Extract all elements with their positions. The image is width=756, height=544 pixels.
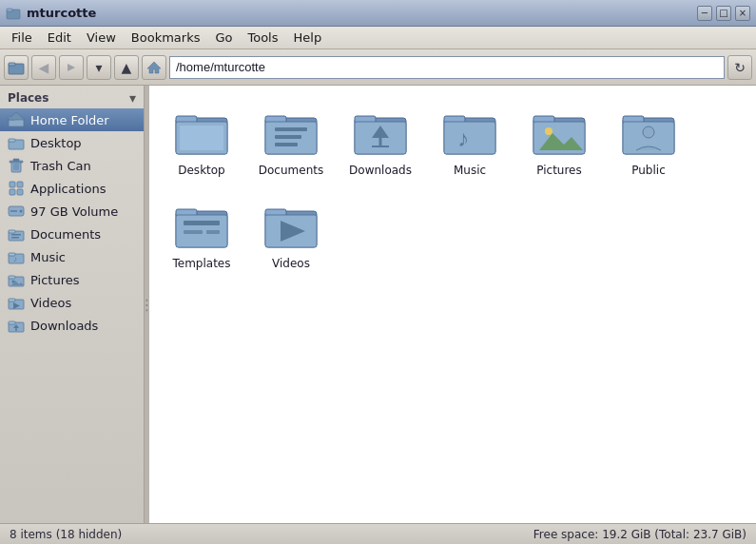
sidebar-item-label: Documents (30, 227, 101, 242)
svg-rect-27 (11, 237, 19, 239)
sidebar-item-applications[interactable]: Applications (0, 177, 144, 200)
file-item-label: Music (454, 164, 486, 177)
file-item-music[interactable]: ♪ Music (427, 95, 513, 185)
folder-icon-videos (262, 196, 320, 253)
folder-icon-desktop (173, 103, 230, 160)
titlebar-controls: − □ × (697, 6, 750, 21)
svg-rect-25 (9, 230, 15, 233)
sidebar-item-downloads[interactable]: Downloads (0, 314, 144, 337)
app-icon (6, 6, 21, 21)
file-item-label: Desktop (178, 164, 225, 177)
menubar: File Edit View Bookmarks Go Tools Help (0, 27, 756, 49)
desktop-icon (8, 134, 25, 151)
svg-rect-45 (180, 126, 223, 150)
file-item-public[interactable]: Public (606, 95, 691, 185)
svg-rect-20 (17, 189, 23, 195)
svg-rect-13 (13, 159, 19, 161)
file-item-videos[interactable]: Videos (248, 188, 334, 278)
statusbar: 8 items (18 hidden) Free space: 19.2 GiB… (0, 523, 756, 544)
sidebar-item-videos[interactable]: Videos (0, 291, 144, 314)
sidebar-header: Places ▾ (0, 86, 144, 108)
maximize-button[interactable]: □ (716, 6, 731, 21)
titlebar: mturcotte − □ × (0, 0, 756, 27)
svg-marker-5 (147, 62, 161, 73)
downloads-icon (8, 317, 25, 334)
sidebar-item-trash-can[interactable]: Trash Can (0, 154, 144, 177)
svg-point-65 (545, 127, 552, 135)
sidebar-item-label: Desktop (30, 136, 82, 150)
sidebar-item-pictures[interactable]: Pictures (0, 268, 144, 291)
folder-icon-public (620, 103, 677, 160)
svg-text:♪: ♪ (13, 255, 17, 263)
sidebar-item-label: 97 GB Volume (30, 204, 118, 219)
pictures-icon (8, 271, 25, 288)
back-button[interactable]: ◀ (31, 55, 56, 80)
sidebar-item-label: Videos (30, 296, 71, 310)
file-item-documents[interactable]: Documents (248, 95, 334, 185)
folder-icon-downloads (352, 103, 409, 160)
forward-button[interactable] (59, 55, 84, 80)
svg-rect-10 (9, 139, 15, 142)
svg-rect-50 (275, 135, 301, 139)
places-toggle[interactable]: ▾ (129, 90, 136, 106)
sidebar-item-label: Home Folder (30, 113, 109, 127)
minimize-button[interactable]: − (697, 6, 712, 21)
file-item-label: Documents (259, 164, 323, 177)
sidebar-item-desktop[interactable]: Desktop (0, 131, 144, 154)
folder-icon-music: ♪ (441, 103, 498, 160)
menu-bookmarks[interactable]: Bookmarks (124, 29, 208, 47)
svg-rect-1 (7, 9, 12, 11)
sidebar-item-home-folder[interactable]: Home Folder (0, 108, 144, 131)
sidebar-item-label: Music (30, 250, 66, 264)
svg-rect-12 (10, 161, 23, 163)
menu-view[interactable]: View (79, 29, 124, 47)
svg-rect-36 (9, 299, 15, 301)
svg-rect-32 (9, 276, 15, 279)
svg-point-22 (20, 210, 23, 213)
dropdown-button[interactable]: ▾ (87, 55, 111, 80)
toolbar: ◀ ▾ ▲ ↻ (0, 49, 756, 86)
documents-icon (8, 225, 25, 243)
folder-icon-button[interactable] (4, 55, 29, 80)
sidebar-item-label: Trash Can (30, 159, 91, 173)
menu-file[interactable]: File (4, 29, 40, 47)
close-button[interactable]: × (735, 6, 750, 21)
reload-button[interactable]: ↻ (727, 55, 752, 80)
svg-rect-26 (11, 234, 21, 236)
menu-tools[interactable]: Tools (240, 29, 285, 47)
free-space: Free space: 19.2 GiB (Total: 23.7 GiB) (533, 528, 746, 541)
sidebar-item-97gb-volume[interactable]: 97 GB Volume (0, 200, 144, 223)
svg-text:♪: ♪ (457, 126, 469, 151)
file-item-templates[interactable]: Templates (159, 188, 244, 278)
svg-rect-51 (275, 143, 298, 146)
sidebar-item-label: Downloads (30, 319, 98, 333)
items-count: 8 items (18 hidden) (10, 528, 122, 541)
titlebar-title: mturcotte (27, 6, 96, 20)
svg-marker-8 (8, 112, 25, 120)
file-item-label: Templates (172, 257, 230, 270)
up-button[interactable]: ▲ (114, 55, 139, 80)
address-bar[interactable] (169, 56, 725, 79)
sidebar-item-label: Pictures (30, 273, 79, 287)
home-icon (8, 111, 25, 128)
file-item-downloads[interactable]: Downloads (338, 95, 423, 185)
menu-edit[interactable]: Edit (40, 29, 79, 47)
sidebar-item-label: Applications (30, 182, 106, 196)
svg-rect-3 (9, 63, 15, 66)
folder-icon-templates (173, 196, 230, 253)
file-item-desktop[interactable]: Desktop (159, 95, 244, 185)
main-content: Places ▾ Home Folder Desktop (0, 86, 756, 523)
music-icon: ♪ (8, 248, 25, 265)
home-button[interactable] (142, 55, 166, 80)
sidebar-item-music[interactable]: ♪ Music (0, 245, 144, 268)
sidebar-item-documents[interactable]: Documents (0, 223, 144, 245)
file-item-label: Downloads (349, 164, 412, 177)
svg-rect-76 (206, 230, 220, 234)
svg-rect-60 (444, 122, 495, 154)
file-item-label: Public (631, 164, 666, 177)
file-item-pictures[interactable]: Pictures (516, 95, 602, 185)
menu-go[interactable]: Go (207, 29, 240, 47)
places-label: Places (8, 91, 48, 105)
file-item-label: Videos (272, 257, 310, 270)
menu-help[interactable]: Help (286, 29, 330, 47)
